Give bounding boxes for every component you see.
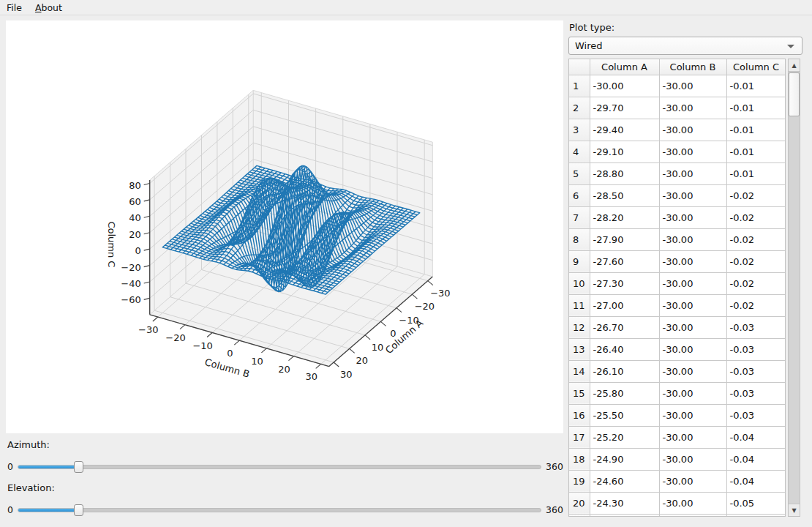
table-cell[interactable]: -30.00 xyxy=(659,316,726,338)
row-number[interactable]: 16 xyxy=(569,404,590,426)
table-cell[interactable]: -0.02 xyxy=(726,206,786,228)
table-cell[interactable]: -30.00 xyxy=(659,470,726,492)
table-cell[interactable]: -30.00 xyxy=(659,382,726,404)
azimuth-max-label: 360 xyxy=(546,461,563,472)
scrollbar-up-arrow-icon[interactable]: ▲ xyxy=(789,59,800,72)
row-number[interactable]: 12 xyxy=(569,316,590,338)
table-cell[interactable]: -0.02 xyxy=(726,272,786,294)
table-cell[interactable]: -0.01 xyxy=(726,75,786,97)
table-cell[interactable]: -30.00 xyxy=(659,448,726,470)
row-number[interactable]: 20 xyxy=(569,492,590,514)
table-cell[interactable]: -30.00 xyxy=(659,294,726,316)
table-cell[interactable]: -29.70 xyxy=(590,97,659,119)
row-number[interactable]: 13 xyxy=(569,338,590,360)
table-cell[interactable]: -30.00 xyxy=(659,360,726,382)
column-header-b[interactable]: Column B xyxy=(659,59,726,75)
table-cell[interactable]: -30.00 xyxy=(659,141,726,162)
table-cell[interactable]: -30.00 xyxy=(659,404,726,426)
row-number[interactable]: 14 xyxy=(569,360,590,382)
table-cell[interactable]: -30.00 xyxy=(659,206,726,228)
table-cell[interactable]: -0.01 xyxy=(726,141,786,162)
table-cell[interactable]: -0.02 xyxy=(726,294,786,316)
table-cell[interactable]: -28.20 xyxy=(590,206,659,228)
table-cell[interactable]: -26.40 xyxy=(590,338,659,360)
column-header-a[interactable]: Column A xyxy=(590,59,659,75)
table-cell[interactable]: -24.90 xyxy=(590,448,659,470)
table-cell[interactable]: -26.10 xyxy=(590,360,659,382)
table-cell[interactable]: -30.00 xyxy=(659,338,726,360)
table-cell[interactable]: -0.03 xyxy=(726,382,786,404)
table-cell[interactable]: -30.00 xyxy=(659,75,726,97)
row-number[interactable]: 2 xyxy=(569,97,590,119)
plot-canvas[interactable]: −30−20−100102030−30−20−100102030−60−40−2… xyxy=(6,20,563,433)
table-cell[interactable]: -0.01 xyxy=(726,119,786,141)
table-cell[interactable]: -0.01 xyxy=(726,97,786,119)
azimuth-label: Azimuth: xyxy=(7,439,50,450)
row-number[interactable]: 19 xyxy=(569,470,590,492)
table-cell[interactable]: -0.03 xyxy=(726,404,786,426)
row-number[interactable]: 7 xyxy=(569,206,590,228)
table-cell[interactable]: -25.50 xyxy=(590,404,659,426)
table-cell[interactable]: -30.00 xyxy=(659,272,726,294)
azimuth-slider[interactable] xyxy=(18,465,541,469)
table-cell[interactable]: -30.00 xyxy=(659,119,726,141)
table-cell[interactable]: -30.00 xyxy=(659,492,726,514)
row-number[interactable]: 1 xyxy=(569,75,590,97)
row-number[interactable]: 8 xyxy=(569,228,590,250)
row-number[interactable]: 5 xyxy=(569,162,590,184)
menu-item-about[interactable]: About xyxy=(29,1,69,15)
row-number[interactable]: 17 xyxy=(569,426,590,448)
elevation-slider-handle[interactable] xyxy=(74,504,83,516)
row-number[interactable]: 11 xyxy=(569,294,590,316)
menu-item-file[interactable]: File xyxy=(0,1,29,15)
column-header-c[interactable]: Column C xyxy=(726,59,786,75)
table-cell[interactable]: -30.00 xyxy=(659,162,726,184)
table-cell[interactable]: -0.03 xyxy=(726,316,786,338)
table-cell[interactable]: -29.10 xyxy=(590,141,659,162)
row-number[interactable]: 6 xyxy=(569,184,590,206)
table-cell[interactable]: -0.04 xyxy=(726,448,786,470)
plot-type-combobox[interactable]: Wired xyxy=(568,37,802,55)
row-number[interactable]: 18 xyxy=(569,448,590,470)
table-cell[interactable]: -28.50 xyxy=(590,184,659,206)
table-cell[interactable]: -0.01 xyxy=(726,162,786,184)
table-cell[interactable]: -27.90 xyxy=(590,228,659,250)
table-cell[interactable]: -24.60 xyxy=(590,470,659,492)
table-cell[interactable]: -0.05 xyxy=(726,492,786,514)
table-cell[interactable]: -30.00 xyxy=(659,97,726,119)
table-cell[interactable]: -27.30 xyxy=(590,272,659,294)
table-cell[interactable]: -0.04 xyxy=(726,426,786,448)
table-cell[interactable]: -0.02 xyxy=(726,250,786,272)
table-cell[interactable]: -25.20 xyxy=(590,426,659,448)
row-number[interactable]: 4 xyxy=(569,141,590,162)
azimuth-slider-row: 0 360 xyxy=(0,460,563,474)
table-cell[interactable]: -30.00 xyxy=(590,75,659,97)
svg-text:20: 20 xyxy=(278,364,290,375)
scrollbar-down-arrow-icon[interactable]: ▼ xyxy=(789,504,800,516)
table-cell[interactable]: -27.60 xyxy=(590,250,659,272)
table-cell[interactable]: -0.04 xyxy=(726,470,786,492)
scrollbar-thumb[interactable] xyxy=(789,72,800,116)
row-number[interactable]: 15 xyxy=(569,382,590,404)
azimuth-min-label: 0 xyxy=(7,461,13,472)
table-cell[interactable]: -30.00 xyxy=(659,250,726,272)
table-cell[interactable]: -30.00 xyxy=(659,426,726,448)
table-cell[interactable]: -27.00 xyxy=(590,294,659,316)
table-cell[interactable]: -24.30 xyxy=(590,492,659,514)
table-scrollbar[interactable]: ▲ ▼ xyxy=(788,59,800,517)
row-number[interactable]: 9 xyxy=(569,250,590,272)
table-cell[interactable]: -0.02 xyxy=(726,184,786,206)
table-cell[interactable]: -0.03 xyxy=(726,360,786,382)
table-cell[interactable]: -28.80 xyxy=(590,162,659,184)
table-cell[interactable]: -30.00 xyxy=(659,228,726,250)
row-number[interactable]: 10 xyxy=(569,272,590,294)
elevation-slider[interactable] xyxy=(18,508,541,512)
table-cell[interactable]: -26.70 xyxy=(590,316,659,338)
row-number[interactable]: 3 xyxy=(569,119,590,141)
table-cell[interactable]: -29.40 xyxy=(590,119,659,141)
table-cell[interactable]: -25.80 xyxy=(590,382,659,404)
table-cell[interactable]: -0.03 xyxy=(726,338,786,360)
azimuth-slider-handle[interactable] xyxy=(74,461,83,473)
table-cell[interactable]: -0.02 xyxy=(726,228,786,250)
table-cell[interactable]: -30.00 xyxy=(659,184,726,206)
